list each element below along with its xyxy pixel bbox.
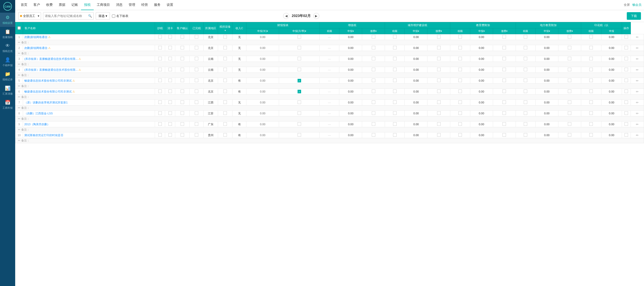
row-zs-cb2-1[interactable]: [385, 34, 405, 40]
row-note-4[interactable]: ✏备注：: [15, 73, 644, 78]
row-yh-cb1-6[interactable]: [622, 89, 631, 95]
row-name-4[interactable]: (库存核算）直播畅捷通信息技术股份有限... ⚠: [23, 67, 155, 73]
row-df-cb1-8[interactable]: [558, 111, 581, 116]
row-zs-cb2-2[interactable]: [385, 45, 405, 51]
nav-customer[interactable]: 客户: [30, 0, 43, 10]
row-yh-cb1-7[interactable]: [622, 100, 631, 105]
row-zs-cb1-6[interactable]: [362, 89, 385, 95]
row-jy-cb1-7[interactable]: [493, 100, 516, 105]
row-note-8[interactable]: ✏备注：: [15, 116, 644, 121]
row-jy-cb2-9[interactable]: [516, 121, 535, 127]
sidebar-item-tax-records[interactable]: 📁 报税记录: [0, 69, 15, 83]
row-qingka-1[interactable]: [165, 34, 175, 40]
sidebar-item-tax-view[interactable]: 👁 报税总览: [0, 41, 15, 55]
row-yi-wanshui-3[interactable]: [190, 56, 204, 62]
row-df-cb1-2[interactable]: [558, 45, 581, 51]
row-edit-2[interactable]: ✏: [631, 45, 644, 51]
row-yh-cb1-9[interactable]: [622, 121, 631, 127]
row-jy-cb2-3[interactable]: [516, 56, 535, 62]
row-cb1-5[interactable]: ✓: [279, 78, 320, 84]
row-cb1-2[interactable]: [279, 45, 320, 51]
row-chaopiao-3[interactable]: [155, 56, 165, 62]
row-edit-1[interactable]: ✏: [631, 34, 644, 40]
row-zs-cb2-5[interactable]: [385, 78, 405, 84]
row-name-7[interactable]: （原）误删勿改李艳牙测试所套新1: [23, 100, 155, 105]
row-note-3[interactable]: ✏备注：: [15, 62, 644, 67]
row-qingka-5[interactable]: [165, 78, 175, 84]
row-name-8[interactable]: （勿删）江西股金-LSS: [23, 111, 155, 116]
row-df-cb1-3[interactable]: [558, 56, 581, 62]
row-zs-cb1-5[interactable]: [362, 78, 385, 84]
row-zs-cb1-4[interactable]: [362, 67, 385, 73]
row-chaopiao-9[interactable]: [155, 121, 165, 127]
row-qingka-10[interactable]: [165, 132, 175, 138]
fullscreen-btn[interactable]: 全屏: [624, 3, 630, 7]
row-df-cb2-9[interactable]: [581, 121, 601, 127]
row-yi-wanshui-4[interactable]: [190, 67, 204, 73]
row-yh-cb1-2[interactable]: [622, 45, 631, 51]
row-qingka-7[interactable]: [165, 100, 175, 105]
row-shui-kongshebei-4[interactable]: [218, 67, 232, 73]
namedunbiao-checkbox[interactable]: [112, 14, 115, 18]
row-zs-cb1-2[interactable]: [362, 45, 385, 51]
row-note-1[interactable]: ✏备注：: [15, 40, 644, 45]
row-kehu-confirm-3[interactable]: [175, 56, 190, 62]
sidebar-item-summary[interactable]: 📊 汇算清缴: [0, 83, 15, 98]
row-shui-kongshebei-3[interactable]: [218, 56, 232, 62]
row-cb1-6[interactable]: ✓: [279, 89, 320, 95]
nav-invoice[interactable]: 票据: [56, 0, 68, 10]
nav-industrial[interactable]: 工商项目: [94, 0, 113, 10]
nav-tax[interactable]: 报税: [81, 0, 94, 10]
row-name-9[interactable]: 2013（陶美劳勿删）: [23, 121, 155, 127]
row-kehu-confirm-5[interactable]: [175, 78, 190, 84]
search-icon[interactable]: 🔍: [88, 14, 92, 18]
sidebar-item-tax-setup[interactable]: ⚙ 报税设置: [0, 13, 15, 27]
row-yh-cb1-5[interactable]: [622, 78, 631, 84]
row-cs-cb1-7[interactable]: [427, 100, 450, 105]
row-name-3[interactable]: (库存核算）直播畅捷通信息技术股份有限... ⚠: [23, 56, 155, 62]
row-edit-4[interactable]: ✏: [631, 67, 644, 73]
row-note-9[interactable]: ✏备注：: [15, 127, 644, 132]
row-df-cb2-8[interactable]: [581, 111, 601, 116]
row-yh-cb1-3[interactable]: [622, 56, 631, 62]
row-shui-kongshebei-1[interactable]: [218, 34, 232, 40]
row-qingka-8[interactable]: [165, 111, 175, 116]
row-jy-cb1-2[interactable]: [493, 45, 516, 51]
row-cs-cb1-5[interactable]: [427, 78, 450, 84]
row-name-5[interactable]: 畅捷通信息技术股份有限公司民非测试 ⚠: [23, 78, 155, 84]
row-shui-kongshebei-8[interactable]: [218, 111, 232, 116]
row-cb1-8[interactable]: [279, 111, 320, 116]
sidebar-item-self-report[interactable]: 👤 个税申报: [0, 55, 15, 69]
row-zs-cb1-7[interactable]: [362, 100, 385, 105]
row-df-cb1-9[interactable]: [558, 121, 581, 127]
download-button[interactable]: 下载: [627, 12, 641, 20]
row-jy-cb1-9[interactable]: [493, 121, 516, 127]
search-input[interactable]: [45, 14, 88, 18]
row-qingka-4[interactable]: [165, 67, 175, 73]
row-jy-cb1-3[interactable]: [493, 56, 516, 62]
row-cs-cb2-7[interactable]: [450, 100, 470, 105]
row-yi-wanshui-10[interactable]: [190, 132, 204, 138]
row-cs-cb1-6[interactable]: [427, 89, 450, 95]
row-zs-cb1-8[interactable]: [362, 111, 385, 116]
row-yi-wanshui-8[interactable]: [190, 111, 204, 116]
row-yi-wanshui-2[interactable]: [190, 45, 204, 51]
row-jy-cb1-6[interactable]: [493, 89, 516, 95]
vip-btn[interactable]: 畅会员: [632, 3, 641, 7]
row-jy-cb2-2[interactable]: [516, 45, 535, 51]
row-cb1-7[interactable]: [279, 100, 320, 105]
row-zs-cb2-8[interactable]: [385, 111, 405, 116]
row-chaopiao-2[interactable]: [155, 45, 165, 51]
row-cb1-9[interactable]: [279, 121, 320, 127]
row-note-5[interactable]: ✏备注：: [15, 84, 644, 89]
row-zs-cb1-10[interactable]: [362, 132, 385, 138]
row-df-cb2-4[interactable]: [581, 67, 601, 73]
row-cb1-3[interactable]: [279, 56, 320, 62]
row-cs-cb2-6[interactable]: [450, 89, 470, 95]
row-kehu-confirm-8[interactable]: [175, 111, 190, 116]
row-edit-8[interactable]: ✏: [631, 111, 644, 116]
row-kehu-confirm-2[interactable]: [175, 45, 190, 51]
row-zs-cb2-4[interactable]: [385, 67, 405, 73]
row-jy-cb1-1[interactable]: [493, 34, 516, 40]
row-chaopiao-1[interactable]: [155, 34, 165, 40]
